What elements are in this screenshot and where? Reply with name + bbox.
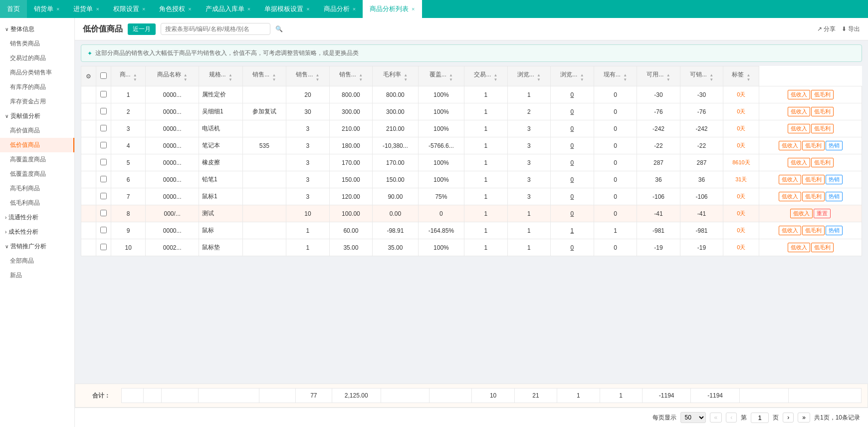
sidebar-item-有库序的商品[interactable]: 有库序的商品 — [0, 80, 74, 94]
period-button[interactable]: 近一月 — [128, 23, 156, 35]
search-icon[interactable]: 🔍 — [275, 25, 283, 32]
sidebar-item-交易过的商品[interactable]: 交易过的商品 — [0, 51, 74, 65]
view1-link[interactable]: 0 — [571, 142, 574, 149]
sidebar-item-销售类商品[interactable]: 销售类商品 — [0, 36, 74, 51]
cell-check[interactable] — [96, 86, 111, 103]
cell-view1[interactable]: 0 — [551, 188, 594, 205]
last-page-button[interactable]: » — [798, 413, 810, 423]
cell-check[interactable] — [96, 222, 111, 239]
next-page-button[interactable]: › — [783, 413, 794, 423]
view1-link[interactable]: 0 — [571, 91, 574, 98]
view1-link[interactable]: 0 — [571, 108, 574, 115]
sidebar-item-商品分类销售率[interactable]: 商品分类销售率 — [0, 65, 74, 80]
cell-check[interactable] — [96, 188, 111, 205]
search-input[interactable] — [161, 23, 270, 35]
sidebar-section-成长性分析[interactable]: ›成长性分析 — [0, 225, 74, 239]
nav-item-销货单[interactable]: 销货单× — [27, 0, 66, 18]
th-view2[interactable]: 浏览... ▲▼ — [551, 66, 594, 86]
th-available[interactable]: 可用... ▲▼ — [637, 66, 680, 86]
th-tags[interactable]: 标签 ▲▼ — [723, 66, 759, 86]
select-all-checkbox[interactable] — [100, 72, 107, 79]
close-tab-icon[interactable]: × — [142, 6, 145, 12]
sidebar-item-低覆盖度商品[interactable]: 低覆盖度商品 — [0, 167, 74, 181]
cell-view1[interactable]: 0 — [551, 205, 594, 222]
sidebar-section-营销推广分析[interactable]: ∨营销推广分析 — [0, 239, 74, 254]
nav-item-商品分析列表[interactable]: 商品分析列表× — [363, 0, 422, 18]
row-checkbox[interactable] — [100, 244, 107, 250]
share-button[interactable]: ↗ 分享 — [817, 25, 836, 33]
close-tab-icon[interactable]: × — [412, 6, 415, 12]
th-gear[interactable]: ⚙ — [81, 66, 96, 86]
prev-page-button[interactable]: ‹ — [726, 413, 737, 423]
row-checkbox[interactable] — [100, 210, 107, 216]
th-code[interactable]: 商... ▲▼ — [111, 66, 146, 86]
th-spec[interactable]: 规格... ▲▼ — [199, 66, 242, 86]
th-check[interactable] — [96, 66, 111, 86]
nav-item-产成品入库单[interactable]: 产成品入库单× — [199, 0, 257, 18]
row-checkbox[interactable] — [100, 108, 107, 114]
close-tab-icon[interactable]: × — [56, 6, 59, 12]
view1-link[interactable]: 0 — [571, 193, 574, 200]
cell-check[interactable] — [96, 171, 111, 188]
row-checkbox[interactable] — [100, 125, 107, 131]
row-checkbox[interactable] — [100, 227, 107, 233]
cell-check[interactable] — [96, 103, 111, 120]
th-sales-qty[interactable]: 销售... ▲▼ — [242, 66, 286, 86]
row-checkbox[interactable] — [100, 142, 107, 148]
nav-item-权限设置[interactable]: 权限设置× — [106, 0, 152, 18]
th-view1[interactable]: 浏览... ▲▼ — [507, 66, 551, 86]
sidebar-item-高毛利商品[interactable]: 高毛利商品 — [0, 181, 74, 196]
sidebar-item-新品[interactable]: 新品 — [0, 268, 74, 283]
cell-check[interactable] — [96, 205, 111, 222]
view1-link[interactable]: 0 — [571, 159, 574, 166]
sidebar-item-低毛利商品[interactable]: 低毛利商品 — [0, 196, 74, 210]
close-tab-icon[interactable]: × — [247, 6, 250, 12]
cell-view1[interactable]: 0 — [551, 86, 594, 103]
sidebar-section-贡献值分析[interactable]: ∨贡献值分析 — [0, 109, 74, 123]
nav-item-单据模板设置[interactable]: 单据模板设置× — [257, 0, 316, 18]
th-sales-amount[interactable]: 销售... ▲▼ — [329, 66, 373, 86]
close-tab-icon[interactable]: × — [306, 6, 309, 12]
th-sales-price[interactable]: 销售... ▲▼ — [286, 66, 330, 86]
cell-view1[interactable]: 0 — [551, 154, 594, 171]
cell-check[interactable] — [96, 239, 111, 256]
export-button[interactable]: ⬇ 导出 — [842, 25, 860, 33]
view1-link[interactable]: 0 — [571, 210, 574, 217]
sidebar-item-库存资金占用[interactable]: 库存资金占用 — [0, 94, 74, 109]
nav-item-商品分析[interactable]: 商品分析× — [317, 0, 363, 18]
nav-item-首页[interactable]: 首页 — [0, 0, 27, 18]
cell-view1[interactable]: 0 — [551, 103, 594, 120]
cell-view1[interactable]: 0 — [551, 239, 594, 256]
row-checkbox[interactable] — [100, 91, 107, 97]
view1-link[interactable]: 1 — [571, 227, 574, 234]
view1-link[interactable]: 0 — [571, 244, 574, 251]
page-size-select[interactable]: 50 100 — [680, 412, 706, 423]
cell-view1[interactable]: 0 — [551, 171, 594, 188]
close-tab-icon[interactable]: × — [353, 6, 356, 12]
row-checkbox[interactable] — [100, 193, 107, 199]
sidebar-section-整体信息[interactable]: ∨整体信息 — [0, 22, 74, 36]
th-gross-rate[interactable]: 毛利率 ▲▼ — [373, 66, 418, 86]
cell-view1[interactable]: 0 — [551, 120, 594, 137]
view1-link[interactable]: 0 — [571, 125, 574, 132]
th-saleable[interactable]: 可销... ▲▼ — [680, 66, 723, 86]
th-name[interactable]: 商品名称 ▲▼ — [146, 66, 199, 86]
close-tab-icon[interactable]: × — [96, 6, 99, 12]
sidebar-item-全部商品[interactable]: 全部商品 — [0, 254, 74, 268]
cell-check[interactable] — [96, 154, 111, 171]
sidebar-item-高覆盖度商品[interactable]: 高覆盖度商品 — [0, 152, 74, 167]
close-tab-icon[interactable]: × — [188, 6, 191, 12]
sidebar-section-流通性分析[interactable]: ›流通性分析 — [0, 210, 74, 225]
first-page-button[interactable]: « — [710, 413, 722, 423]
row-checkbox[interactable] — [100, 159, 107, 165]
sidebar-item-高价值商品[interactable]: 高价值商品 — [0, 123, 74, 138]
cell-view1[interactable]: 1 — [551, 222, 594, 239]
nav-item-角色授权[interactable]: 角色授权× — [152, 0, 198, 18]
cell-check[interactable] — [96, 137, 111, 154]
th-trade[interactable]: 交易... ▲▼ — [464, 66, 508, 86]
row-checkbox[interactable] — [100, 176, 107, 182]
cell-view1[interactable]: 0 — [551, 137, 594, 154]
view1-link[interactable]: 0 — [571, 176, 574, 183]
nav-item-进货单[interactable]: 进货单× — [66, 0, 106, 18]
th-current[interactable]: 现有... ▲▼ — [594, 66, 637, 86]
